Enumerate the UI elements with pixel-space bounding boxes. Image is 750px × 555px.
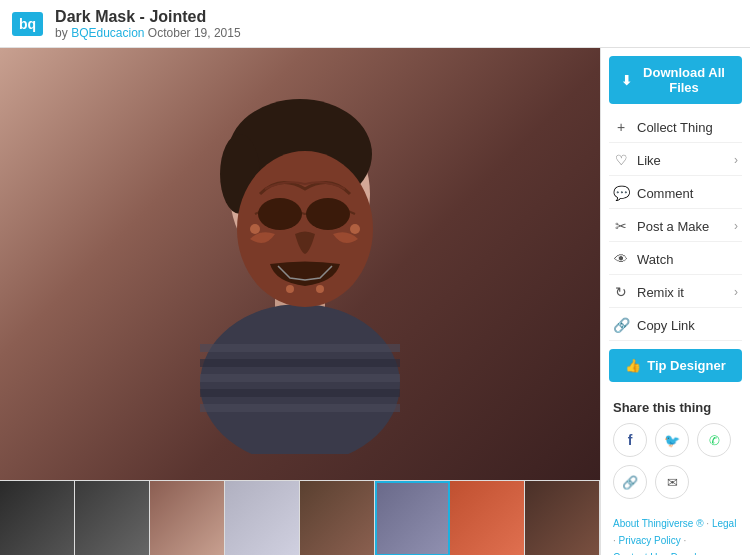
download-icon: ⬇ [621,73,632,88]
watch-row[interactable]: 👁 Watch [609,244,742,275]
collect-row[interactable]: + Collect Thing [609,112,742,143]
whatsapp-share-button[interactable]: ✆ [697,423,731,457]
thumbnail-7[interactable] [450,481,525,555]
svg-rect-8 [200,389,400,397]
like-label: Like [637,153,661,168]
footer-line1: About Thingiverse ® · Legal · Privacy Po… [613,515,738,549]
facebook-icon: f [628,432,633,448]
email-share-button[interactable]: ✉ [655,465,689,499]
comment-label: Comment [637,186,693,201]
thumbnail-strip [0,480,600,555]
thumbnail-5[interactable] [300,481,375,555]
svg-point-12 [306,198,350,230]
author-link[interactable]: BQEducacion [71,26,144,40]
svg-point-15 [286,285,294,293]
thumbnail-3[interactable] [150,481,225,555]
remix-arrow: › [734,285,738,299]
thumbnail-8[interactable] [525,481,600,555]
privacy-link[interactable]: Privacy Policy [619,535,681,546]
watch-label: Watch [637,252,673,267]
svg-point-14 [350,224,360,234]
thumbnail-2[interactable] [75,481,150,555]
tip-label: Tip Designer [647,358,726,373]
twitter-share-button[interactable]: 🐦 [655,423,689,457]
email-icon: ✉ [667,475,678,490]
heart-icon: ♡ [613,152,629,168]
title-block: Dark Mask - Jointed by BQEducacion Octob… [55,8,240,40]
main-image-area [0,48,600,480]
copy-link-label: Copy Link [637,318,695,333]
remix-label: Remix it [637,285,684,300]
svg-rect-5 [200,344,400,352]
share-section: Share this thing f 🐦 ✆ 🔗 ✉ [609,394,742,505]
comment-row[interactable]: 💬 Comment [609,178,742,209]
legal-link[interactable]: Legal [712,518,736,529]
date: October 19, 2015 [148,26,241,40]
thumbnail-1[interactable] [0,481,75,555]
main-image-placeholder [0,48,600,480]
svg-point-11 [258,198,302,230]
share-icons-row: f 🐦 ✆ 🔗 ✉ [613,423,738,499]
svg-rect-7 [200,374,400,382]
thumbnail-4[interactable] [225,481,300,555]
twitter-icon: 🐦 [664,433,680,448]
page-header: bq Dark Mask - Jointed by BQEducacion Oc… [0,0,750,48]
main-layout: ⬇ Download All Files + Collect Thing ♡ L… [0,48,750,555]
tip-icon: 👍 [625,358,641,373]
svg-point-16 [316,285,324,293]
tip-designer-button[interactable]: 👍 Tip Designer [609,349,742,382]
plus-icon: + [613,119,629,135]
link-share-button[interactable]: 🔗 [613,465,647,499]
mask-illustration [160,74,440,454]
link-icon: 🔗 [613,317,629,333]
remix-icon: ↻ [613,284,629,300]
svg-rect-6 [200,359,400,367]
whatsapp-icon: ✆ [709,433,720,448]
left-panel [0,48,600,555]
collect-label: Collect Thing [637,120,713,135]
eye-icon: 👁 [613,251,629,267]
post-make-row[interactable]: ✂ Post a Make › [609,211,742,242]
post-make-arrow: › [734,219,738,233]
logo: bq [12,12,43,36]
footer-links: About Thingiverse ® · Legal · Privacy Po… [609,507,742,555]
download-label: Download All Files [638,65,730,95]
like-row[interactable]: ♡ Like › [609,145,742,176]
right-panel: ⬇ Download All Files + Collect Thing ♡ L… [600,48,750,555]
chain-icon: 🔗 [622,475,638,490]
thumbnail-6[interactable] [375,481,450,555]
facebook-share-button[interactable]: f [613,423,647,457]
svg-rect-9 [200,404,400,412]
share-title: Share this thing [613,400,738,415]
about-link[interactable]: About Thingiverse ® [613,518,704,529]
meta-info: by BQEducacion October 19, 2015 [55,26,240,40]
footer-line2: Contact Us · Developers [613,549,738,555]
copy-link-row[interactable]: 🔗 Copy Link [609,310,742,341]
remix-row[interactable]: ↻ Remix it › [609,277,742,308]
download-all-button[interactable]: ⬇ Download All Files [609,56,742,104]
svg-point-13 [250,224,260,234]
like-arrow: › [734,153,738,167]
comment-icon: 💬 [613,185,629,201]
post-make-label: Post a Make [637,219,709,234]
scissors-icon: ✂ [613,218,629,234]
page-title: Dark Mask - Jointed [55,8,240,26]
